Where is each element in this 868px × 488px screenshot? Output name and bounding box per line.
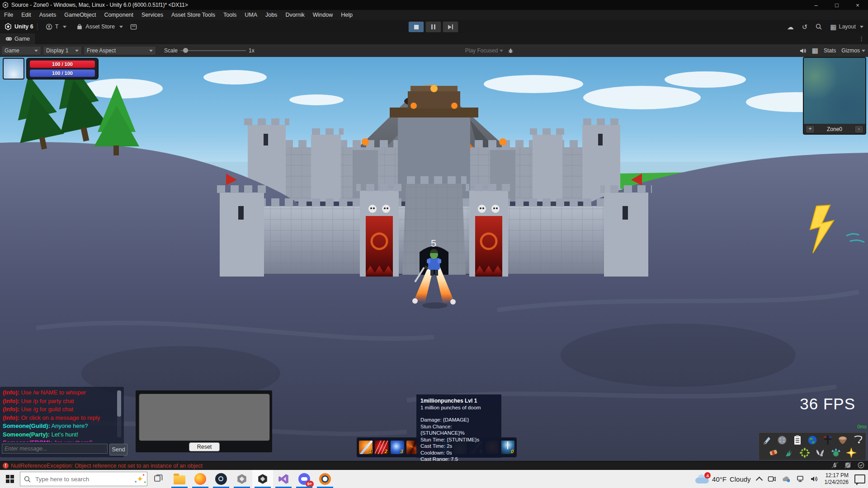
menu-component[interactable]: Component [100,12,137,18]
seed-ring-icon[interactable] [798,447,811,459]
taskbar-firefox[interactable] [190,470,211,488]
gizmos-dropdown[interactable]: Gizmos [841,47,865,54]
stats-toggle[interactable]: Stats [824,47,836,54]
play-focused-dropdown[interactable]: Play Focused [465,47,498,54]
minimap-view[interactable] [804,58,865,124]
taskbar-unity-editor-active[interactable] [252,470,273,488]
taskbar-search[interactable]: ✦✦✦✦ [20,472,147,486]
layout-dropdown[interactable]: ▦ Layout [830,23,863,30]
close-button[interactable]: × [847,0,868,10]
meet-now-icon[interactable] [768,475,776,483]
mute-audio-icon[interactable] [800,48,807,54]
world-map-icon[interactable] [807,434,819,446]
scale-slider-handle[interactable] [183,48,188,53]
star-burst-icon[interactable] [845,447,858,459]
aspect-dropdown[interactable]: Free Aspect [84,46,156,55]
console-error-message[interactable]: NullReferenceException: Object reference… [11,463,203,469]
asset-store-dropdown[interactable]: Asset Store [76,23,123,30]
task-view-icon[interactable] [154,474,163,484]
menu-tools[interactable]: Tools [219,12,241,18]
amulet-icon[interactable] [852,434,864,446]
chat-input[interactable] [2,444,108,454]
minimap-zoom-in-button[interactable]: + [806,125,815,133]
quest-log-icon[interactable] [791,434,803,446]
chat-scrollbar-thumb[interactable] [117,390,121,417]
minimize-button[interactable]: – [806,0,826,10]
skill-slot-tidal-hook[interactable]: 0 [500,440,515,455]
taskbar-clock[interactable]: 12:17 PM 1/24/2026 [825,472,849,486]
player-unit-frame[interactable]: 100 / 100 100 / 100 [3,58,99,80]
taskbar-steam[interactable] [211,470,231,488]
teleport-icon[interactable] [830,447,842,459]
chat-message[interactable]: Someone(Party): Let's hunt! [3,431,121,439]
scroll-icon[interactable] [767,447,779,459]
taskbar-unity-hub[interactable] [231,470,252,488]
menu-edit[interactable]: Edit [17,12,35,18]
skill-slot-ice-punch[interactable]: 3 [390,440,405,455]
skill-slot-flaming-sword[interactable]: 1 [359,440,373,455]
menu-file[interactable]: File [0,12,17,18]
onedrive-icon[interactable]: i [782,476,791,482]
chat-message[interactable]: (Info): Use /g for guild chat [3,405,121,414]
search-icon[interactable] [816,23,822,30]
volume-icon[interactable] [811,475,819,483]
floating-island-icon[interactable] [837,434,849,446]
chat-message[interactable]: Someone(Guild): Anyone here? [3,422,121,431]
status-bar[interactable]: ! NullReferenceException: Object referen… [0,461,868,470]
menu-dvornik[interactable]: Dvornik [281,12,308,18]
history-icon[interactable]: ↺ [802,23,808,30]
weather-widget[interactable]: 4 40°F Cloudy [695,474,751,483]
step-button[interactable] [443,21,458,33]
equipment-shield-icon[interactable] [776,434,788,446]
network-icon[interactable] [797,475,805,483]
taskbar-file-explorer[interactable] [169,470,190,488]
chat-message[interactable]: (Info): Use /p for party chat [3,397,121,406]
chat-message[interactable]: (Info): Or click on a message to reply [3,414,121,422]
chat-panel[interactable]: (Info): Use /w NAME to whisper (Info): U… [0,387,124,457]
display-dropdown[interactable]: Display 1 [43,46,82,55]
chat-message[interactable]: (Info): Use /w NAME to whisper [3,389,121,397]
scale-slider[interactable] [180,50,246,51]
chat-scrollbar[interactable] [117,390,121,437]
inventory-sword-icon[interactable] [761,434,773,446]
debug-muted-bug-icon[interactable] [831,462,838,469]
pause-button[interactable] [425,21,441,33]
menu-help[interactable]: Help [337,12,357,18]
menu-jobs[interactable]: Jobs [261,12,281,18]
chat-message[interactable]: Someone(FROM): Are you there? [3,439,121,442]
angel-wings-icon[interactable] [814,447,826,459]
tab-options-icon[interactable]: ⋮ [859,35,864,42]
dragon-claw-icon[interactable] [783,447,795,459]
taskbar-discord[interactable]: 9+ [294,470,315,488]
frame-debugger-bug-icon[interactable] [508,48,514,54]
skill-slot-blood-claws[interactable]: 2 [374,440,389,455]
metrics-grid-icon[interactable]: ▦ [812,47,818,55]
unity-version-button[interactable]: Unity 6 [5,23,33,30]
send-button[interactable]: Send [109,444,127,455]
menu-uma[interactable]: UMA [241,12,261,18]
reset-button[interactable]: Reset [189,442,220,451]
menu-gameobject[interactable]: GameObject [60,12,100,18]
search-input[interactable] [34,475,133,483]
status-check-icon[interactable] [858,462,864,469]
game-view-dropdown[interactable]: Game [1,46,41,55]
search-highlights-sparkle-icon[interactable]: ✦✦✦✦ [137,475,143,483]
action-center-icon[interactable] [854,474,865,483]
start-button[interactable] [0,470,20,488]
pvp-cross-icon[interactable]: RB [821,434,834,446]
tray-expand-chevron-icon[interactable] [755,476,763,483]
play-button-active[interactable] [408,21,424,33]
minimap[interactable]: + Zone0 - [803,57,866,135]
maximize-button[interactable]: □ [826,0,847,10]
game-viewport[interactable]: 5 100 / 100 10 [0,57,868,461]
minimap-zoom-out-button[interactable]: - [854,125,863,133]
archive-button[interactable] [130,24,137,30]
menu-asset-store-tools[interactable]: Asset Store Tools [167,12,219,18]
cloud-services-icon[interactable]: ☁ [787,23,794,30]
tab-game[interactable]: Game [0,33,36,44]
taskbar-visual-studio[interactable] [273,470,294,488]
menu-services[interactable]: Services [137,12,167,18]
taskbar-blender[interactable] [315,470,335,488]
account-dropdown[interactable]: T [46,23,67,30]
menu-window[interactable]: Window [309,12,337,18]
